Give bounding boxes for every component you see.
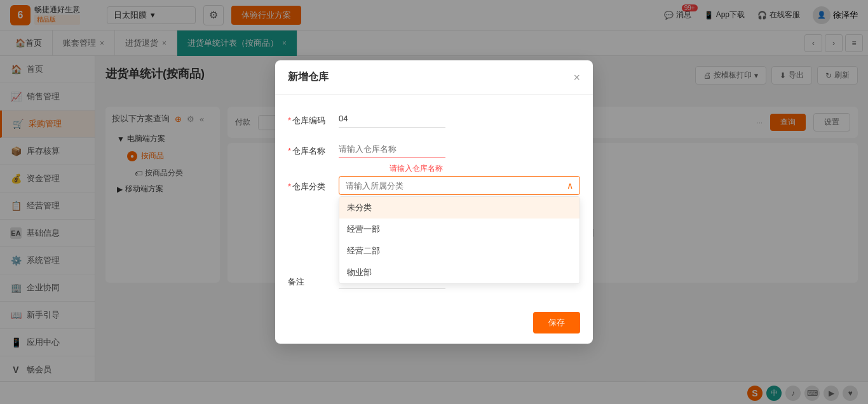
save-btn[interactable]: 保存 <box>533 312 580 333</box>
form-row-code: 仓库编码 <box>288 110 580 128</box>
category-dropdown[interactable]: ∧ <box>339 176 580 195</box>
category-dropdown-list: 未分类 经营一部 经营二部 物业部 <box>339 196 580 284</box>
name-field-wrap: 请输入仓库名称 <box>339 140 580 158</box>
code-input[interactable] <box>339 110 445 128</box>
modal-header: 新增仓库 × <box>275 60 593 95</box>
category-dropdown-arrow: ∧ <box>567 180 573 191</box>
name-input[interactable] <box>339 140 445 158</box>
name-label: 仓库名称 <box>288 140 339 157</box>
new-warehouse-modal: 新增仓库 × 仓库编码 仓库名称 请输入仓库名称 仓库分类 <box>275 60 593 344</box>
modal-close-btn[interactable]: × <box>573 72 580 83</box>
modal-footer: 保存 <box>275 302 593 344</box>
form-row-name: 仓库名称 请输入仓库名称 <box>288 140 580 158</box>
option-dept1[interactable]: 经营一部 <box>339 219 580 240</box>
option-uncategorized[interactable]: 未分类 <box>339 197 580 219</box>
option-dept2[interactable]: 经营二部 <box>339 240 580 262</box>
category-field-wrap: ∧ 未分类 经营一部 经营二部 物业部 <box>339 176 580 195</box>
category-label: 仓库分类 <box>288 176 339 192</box>
form-row-category: 仓库分类 ∧ 未分类 经营一部 经营二部 物业部 <box>288 176 580 195</box>
modal-title: 新增仓库 <box>288 71 329 84</box>
code-label: 仓库编码 <box>288 110 339 126</box>
category-input[interactable] <box>346 181 567 191</box>
code-field-wrap <box>339 110 580 128</box>
modal-overlay: 新增仓库 × 仓库编码 仓库名称 请输入仓库名称 仓库分类 <box>0 0 868 404</box>
option-dept3[interactable]: 物业部 <box>339 262 580 283</box>
name-error-msg: 请输入仓库名称 <box>390 163 443 174</box>
note-label: 备注 <box>288 271 339 288</box>
modal-body: 仓库编码 仓库名称 请输入仓库名称 仓库分类 ∧ <box>275 95 593 289</box>
